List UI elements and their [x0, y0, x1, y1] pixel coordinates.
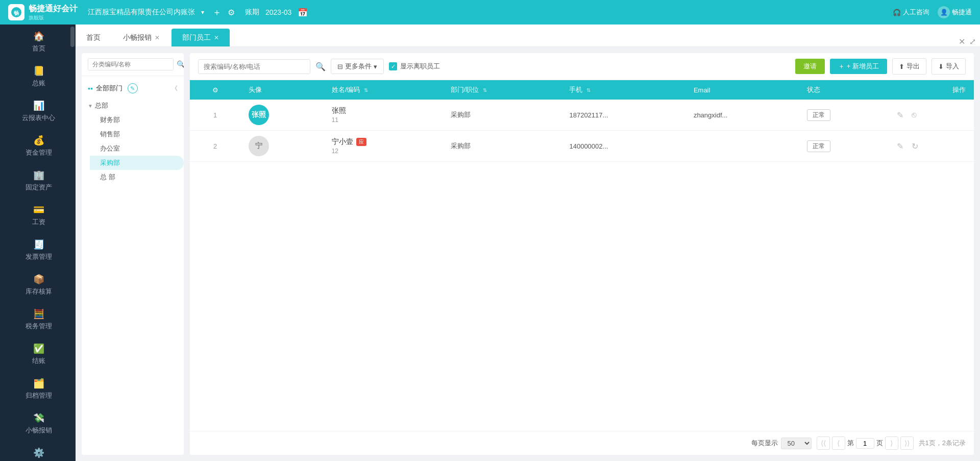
close-window-button[interactable]: ✕	[959, 37, 965, 46]
more-filter-button[interactable]: ⊟ 更多条件 ▾	[331, 59, 384, 74]
edit-button-2[interactable]: ✎	[897, 141, 903, 151]
action-cell-1: ✎ ⎋	[889, 100, 974, 131]
grid-icon: ▪▪	[88, 84, 93, 92]
col-phone[interactable]: 手机 ⇅	[561, 80, 685, 100]
col-name[interactable]: 姓名/编码 ⇅	[324, 80, 443, 100]
email-cell-1: zhangxidf...	[685, 100, 799, 131]
show-resigned-checkbox[interactable]: ✓	[389, 62, 397, 70]
tax-icon: 🧮	[33, 308, 44, 320]
sidebar-item-invoices[interactable]: 🧾 发票管理	[0, 233, 76, 268]
sidebar-item-expense[interactable]: 💸 小畅报销	[0, 406, 76, 441]
salary-icon: 💳	[33, 204, 44, 215]
gear-icon: ⚙	[212, 86, 218, 94]
col-settings[interactable]: ⚙	[190, 80, 240, 100]
dept-children: 财务部 销售部 办公室 采购部	[82, 113, 184, 184]
dept-collapse-icon[interactable]: 《	[172, 84, 178, 93]
expand-arrow-icon: ▼	[88, 103, 93, 109]
next-page-button[interactable]: ⟩	[885, 436, 898, 450]
status-cell-1: 正常	[799, 100, 889, 131]
company-name: 江西服宝精品有限责任公司内账张	[88, 8, 195, 17]
right-toolbar: 🔍 ⊟ 更多条件 ▾ ✓ 显示离职员工 邀请 ＋ + 新增员工	[190, 53, 974, 80]
dept-edit-icon[interactable]: ✎	[128, 83, 138, 93]
right-panel: 🔍 ⊟ 更多条件 ▾ ✓ 显示离职员工 邀请 ＋ + 新增员工	[190, 53, 974, 455]
logo-icon: 畅	[8, 4, 24, 20]
table-row: 1 张照 张照 11	[190, 100, 974, 131]
export-icon: ⬆	[899, 63, 904, 70]
tab-home[interactable]: 首页	[76, 29, 111, 46]
per-page-select[interactable]: 50 20 100	[781, 438, 812, 449]
col-email: Email	[685, 80, 799, 100]
table-row: 2 宁 宁小壹 应	[190, 131, 974, 162]
dept-item-sales[interactable]: 销售部	[90, 127, 184, 141]
tab-expense[interactable]: 小畅报销 ✕	[112, 29, 170, 46]
close-tab-employee[interactable]: ✕	[214, 34, 219, 41]
sidebar-item-fixed-assets[interactable]: 🏢 固定资产	[0, 163, 76, 198]
dept-group-header-main[interactable]: ▼ 总部	[82, 99, 184, 113]
sidebar-item-general-ledger[interactable]: 📒 总账	[0, 59, 76, 94]
logo[interactable]: 畅 畅捷通好会计 旗舰版	[8, 4, 78, 21]
avatar-2: 宁	[249, 136, 269, 156]
action-cell-2: ✎ ↻	[889, 131, 974, 162]
close-tab-expense[interactable]: ✕	[155, 34, 160, 41]
dept-item-finance[interactable]: 财务部	[90, 113, 184, 127]
sidebar-item-settlement[interactable]: ✅ 结账	[0, 337, 76, 372]
avatar-1: 张照	[249, 105, 269, 125]
add-icon: ＋	[838, 62, 845, 71]
sidebar-item-inventory[interactable]: 📦 库存核算	[0, 268, 76, 302]
add-company-button[interactable]: ＋	[212, 6, 222, 18]
settings-icon[interactable]: ⚙	[228, 8, 235, 17]
page-input[interactable]	[856, 438, 874, 449]
reports-icon: 📊	[33, 100, 44, 111]
phone-cell-2: 140000002...	[561, 131, 685, 162]
total-records: 共1页，2条记录	[919, 439, 966, 448]
company-dropdown[interactable]: ▾	[201, 9, 204, 16]
email-cell-2	[685, 131, 799, 162]
sidebar-item-settings[interactable]: ⚙️ 基础设置	[0, 441, 76, 461]
dept-item-office[interactable]: 办公室	[90, 141, 184, 156]
dept-all-button[interactable]: ▪▪ 全部部门 ✎ 《	[82, 80, 184, 96]
calendar-icon[interactable]: 📅	[298, 8, 308, 17]
employee-search-button[interactable]: 🔍	[315, 62, 326, 71]
dept-search-icon[interactable]: 🔍	[177, 60, 184, 68]
user-avatar: 👤	[938, 6, 950, 18]
col-status: 状态	[799, 80, 889, 100]
show-resigned-container: ✓ 显示离职员工	[389, 62, 440, 71]
sidebar-item-salary[interactable]: 💳 工资	[0, 198, 76, 233]
dept-item-purchasing[interactable]: 采购部	[90, 156, 184, 170]
last-page-button[interactable]: ⟩⟩	[900, 436, 914, 450]
first-page-button[interactable]: ⟨⟨	[817, 436, 830, 450]
tab-employee[interactable]: 部门员工 ✕	[172, 29, 230, 46]
dept-search-input[interactable]	[88, 58, 174, 70]
prev-page-button[interactable]: ⟨	[832, 436, 845, 450]
invite-button[interactable]: 邀请	[795, 59, 825, 74]
service-button[interactable]: 🎧 人工咨询	[893, 8, 929, 17]
col-dept[interactable]: 部门/职位 ⇅	[443, 80, 561, 100]
add-employee-button[interactable]: ＋ + 新增员工	[830, 59, 887, 74]
sidebar-item-funds[interactable]: 💰 资金管理	[0, 129, 76, 163]
period-label: 账期	[245, 8, 259, 17]
sidebar-item-reports[interactable]: 📊 云报表中心	[0, 94, 76, 129]
tab-right-controls: ✕ ⤢	[959, 37, 980, 46]
left-panel: 🔍 ▪▪ 全部部门 ✎ 《 ▼ 总部	[82, 53, 184, 455]
sort-phone-icon: ⇅	[586, 87, 591, 93]
employee-search-input[interactable]	[198, 59, 310, 74]
phone-cell-1: 187202117...	[561, 100, 685, 131]
chevron-down-icon: ▾	[374, 63, 377, 70]
col-avatar: 头像	[240, 80, 323, 100]
invoice-icon: 🧾	[33, 239, 44, 250]
import-button[interactable]: ⬇ 导入	[932, 58, 966, 75]
sidebar-item-tax[interactable]: 🧮 税务管理	[0, 302, 76, 337]
col-action: 操作	[889, 80, 974, 100]
dept-item-hq[interactable]: 总 部	[90, 170, 184, 184]
user-menu[interactable]: 👤 畅捷通	[938, 6, 972, 18]
logout-button-1[interactable]: ⎋	[912, 110, 917, 119]
sidebar-item-archive[interactable]: 🗂️ 归档管理	[0, 372, 76, 406]
import-icon: ⬇	[938, 63, 944, 70]
edit-button-1[interactable]: ✎	[897, 110, 903, 120]
export-button[interactable]: ⬆ 导出	[892, 58, 926, 75]
status-badge-2: 正常	[807, 140, 830, 152]
sidebar-item-home[interactable]: 🏠 首页	[0, 25, 76, 59]
funds-icon: 💰	[33, 135, 44, 146]
expand-window-button[interactable]: ⤢	[969, 37, 976, 46]
refresh-button-2[interactable]: ↻	[912, 141, 918, 151]
